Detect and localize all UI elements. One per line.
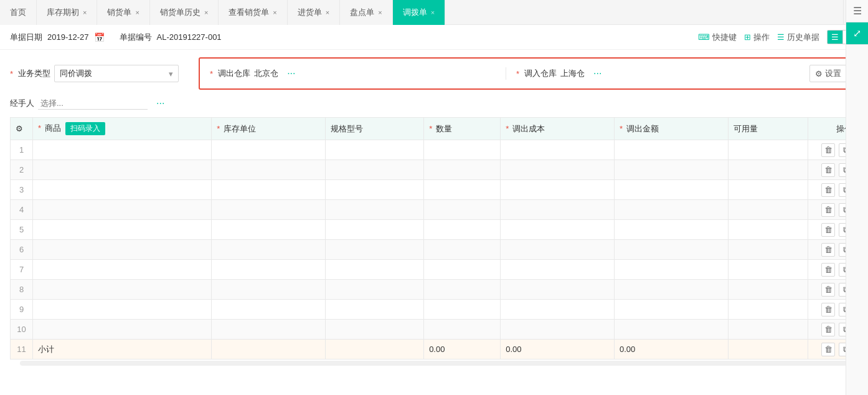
delete-btn-10[interactable]: 🗑 bbox=[821, 323, 835, 336]
qty-cell-5[interactable] bbox=[424, 220, 501, 240]
handler-more-btn[interactable]: ··· bbox=[156, 98, 164, 109]
spec-cell-5[interactable] bbox=[325, 220, 423, 240]
delete-btn-3[interactable]: 🗑 bbox=[821, 183, 835, 197]
amount-cell-6[interactable] bbox=[614, 240, 728, 260]
delete-btn-1[interactable]: 🗑 bbox=[821, 143, 835, 157]
spec-cell-6[interactable] bbox=[325, 240, 423, 260]
tab-sales-order[interactable]: 销货单 × bbox=[97, 0, 149, 25]
cost-cell-4[interactable] bbox=[501, 200, 615, 220]
history-action[interactable]: ☰ 历史单据 bbox=[777, 32, 819, 43]
qty-cell-4[interactable] bbox=[424, 200, 501, 220]
amount-cell-1[interactable] bbox=[614, 140, 728, 160]
amount-cell-8[interactable] bbox=[614, 280, 728, 300]
cost-cell-10[interactable] bbox=[501, 320, 615, 340]
qty-cell-9[interactable] bbox=[424, 300, 501, 320]
product-cell-1[interactable] bbox=[33, 140, 212, 160]
tab-close-purchase[interactable]: × bbox=[326, 9, 329, 16]
delete-btn-8[interactable]: 🗑 bbox=[821, 283, 835, 297]
product-cell-8[interactable] bbox=[33, 280, 212, 300]
delete-btn-11[interactable]: 🗑 bbox=[821, 343, 835, 356]
col-gear[interactable]: ⚙ bbox=[11, 118, 33, 140]
cost-cell-5[interactable] bbox=[501, 220, 615, 240]
unit-cell-5[interactable] bbox=[212, 220, 326, 240]
amount-cell-7[interactable] bbox=[614, 260, 728, 280]
qty-cell-8[interactable] bbox=[424, 280, 501, 300]
unit-cell-10[interactable] bbox=[212, 320, 326, 340]
spec-cell-8[interactable] bbox=[325, 280, 423, 300]
product-cell-2[interactable] bbox=[33, 160, 212, 180]
amount-cell-3[interactable] bbox=[614, 180, 728, 200]
delete-btn-2[interactable]: 🗑 bbox=[821, 163, 835, 177]
qty-cell-3[interactable] bbox=[424, 180, 501, 200]
spec-cell-7[interactable] bbox=[325, 260, 423, 280]
amount-cell-2[interactable] bbox=[614, 160, 728, 180]
shortcuts-action[interactable]: ⌨ 快捷键 bbox=[698, 32, 737, 43]
cost-cell-9[interactable] bbox=[501, 300, 615, 320]
sidebar-expand-icon[interactable]: ⤢ bbox=[846, 22, 869, 45]
qty-cell-1[interactable] bbox=[424, 140, 501, 160]
cost-cell-8[interactable] bbox=[501, 280, 615, 300]
calendar-icon[interactable]: 📅 bbox=[94, 32, 105, 42]
tab-close-transfer[interactable]: × bbox=[431, 9, 435, 16]
unit-cell-2[interactable] bbox=[212, 160, 326, 180]
product-cell-3[interactable] bbox=[33, 180, 212, 200]
delete-btn-9[interactable]: 🗑 bbox=[821, 303, 835, 316]
product-cell-9[interactable] bbox=[33, 300, 212, 320]
out-warehouse-more-btn[interactable]: ··· bbox=[287, 68, 295, 79]
layout-list-btn[interactable]: ☰ bbox=[828, 31, 843, 44]
tab-home[interactable]: 首页 bbox=[0, 0, 37, 25]
unit-cell-6[interactable] bbox=[212, 240, 326, 260]
product-cell-4[interactable] bbox=[33, 200, 212, 220]
spec-cell-1[interactable] bbox=[325, 140, 423, 160]
biz-type-select[interactable]: 同价调拨 ▾ bbox=[54, 65, 179, 82]
tab-close-sales-order[interactable]: × bbox=[135, 9, 139, 16]
amount-cell-9[interactable] bbox=[614, 300, 728, 320]
delete-btn-5[interactable]: 🗑 bbox=[821, 223, 835, 237]
qty-cell-10[interactable] bbox=[424, 320, 501, 340]
tab-purchase[interactable]: 进货单 × bbox=[288, 0, 340, 25]
product-cell-6[interactable] bbox=[33, 240, 212, 260]
tab-close-view-sales[interactable]: × bbox=[273, 9, 276, 16]
tab-close-inventory-init[interactable]: × bbox=[83, 9, 87, 16]
cost-cell-6[interactable] bbox=[501, 240, 615, 260]
settings-button[interactable]: ⚙ 设置 bbox=[809, 65, 847, 82]
operations-action[interactable]: ⊞ 操作 bbox=[744, 32, 770, 43]
qty-cell-7[interactable] bbox=[424, 260, 501, 280]
product-cell-7[interactable] bbox=[33, 260, 212, 280]
unit-cell-3[interactable] bbox=[212, 180, 326, 200]
horizontal-scrollbar[interactable] bbox=[20, 361, 848, 366]
cost-cell-1[interactable] bbox=[501, 140, 615, 160]
delete-btn-4[interactable]: 🗑 bbox=[821, 203, 835, 217]
spec-cell-9[interactable] bbox=[325, 300, 423, 320]
unit-cell-1[interactable] bbox=[212, 140, 326, 160]
cost-cell-7[interactable] bbox=[501, 260, 615, 280]
handler-input[interactable] bbox=[38, 97, 148, 110]
tab-view-sales[interactable]: 查看销货单 × bbox=[219, 0, 287, 25]
sidebar-list-icon[interactable]: ☰ bbox=[846, 0, 869, 22]
tab-inventory-init[interactable]: 库存期初 × bbox=[37, 0, 97, 25]
product-cell-10[interactable] bbox=[33, 320, 212, 340]
delete-btn-7[interactable]: 🗑 bbox=[821, 263, 835, 277]
product-cell-5[interactable] bbox=[33, 220, 212, 240]
unit-cell-7[interactable] bbox=[212, 260, 326, 280]
spec-cell-3[interactable] bbox=[325, 180, 423, 200]
tab-sales-history[interactable]: 销货单历史 × bbox=[150, 0, 219, 25]
amount-cell-4[interactable] bbox=[614, 200, 728, 220]
spec-cell-2[interactable] bbox=[325, 160, 423, 180]
unit-cell-8[interactable] bbox=[212, 280, 326, 300]
in-warehouse-more-btn[interactable]: ··· bbox=[593, 68, 601, 79]
scan-button[interactable]: 扫码录入 bbox=[65, 122, 105, 135]
tab-close-sales-history[interactable]: × bbox=[204, 9, 208, 16]
amount-cell-10[interactable] bbox=[614, 320, 728, 340]
spec-cell-4[interactable] bbox=[325, 200, 423, 220]
qty-cell-6[interactable] bbox=[424, 240, 501, 260]
unit-cell-9[interactable] bbox=[212, 300, 326, 320]
tab-transfer[interactable]: 调拨单 × bbox=[393, 0, 445, 25]
delete-btn-6[interactable]: 🗑 bbox=[821, 243, 835, 257]
cost-cell-3[interactable] bbox=[501, 180, 615, 200]
tab-stocktake[interactable]: 盘点单 × bbox=[340, 0, 392, 25]
unit-cell-4[interactable] bbox=[212, 200, 326, 220]
cost-cell-2[interactable] bbox=[501, 160, 615, 180]
qty-cell-2[interactable] bbox=[424, 160, 501, 180]
amount-cell-5[interactable] bbox=[614, 220, 728, 240]
